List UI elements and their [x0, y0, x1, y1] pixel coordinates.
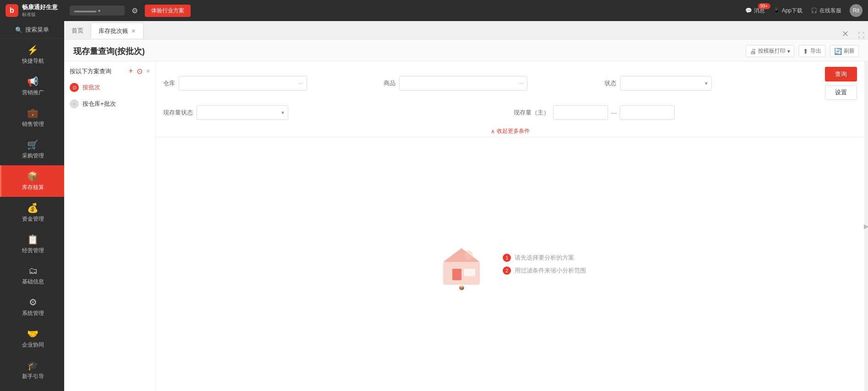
filter-sidebar-actions: + ⊙ « — [129, 67, 150, 76]
right-edge-btn[interactable]: ▶ — [864, 223, 868, 230]
shortcut-label: 快捷导航 — [22, 57, 44, 65]
page-header: 现存量查询(按批次) 🖨 按模板打印 ▾ ⬆ 导出 🔄 刷新 — [64, 39, 868, 61]
sidebar-item-operations[interactable]: 📋 经营管理 — [0, 228, 64, 260]
sidebar-item-shortcut[interactable]: ⚡ 快捷导航 — [0, 39, 64, 71]
tab-home[interactable]: 首页 — [64, 22, 91, 39]
logo-area: b 畅康通好生意 标准版 — [5, 4, 70, 17]
sidebar-item-system[interactable]: ⚙ 系统管理 — [0, 291, 64, 323]
stock-status-select[interactable]: ▾ — [197, 105, 288, 120]
product-input[interactable]: ··· — [399, 76, 527, 91]
empty-state: 📦 1 请先选择要分析的方案 2 用过滤条件来缩小分析范围 — [156, 137, 864, 391]
tab-inventory-batch-label: 库存批次账 — [99, 27, 128, 35]
sidebar-item-marketing[interactable]: 📢 营销推广 — [0, 71, 64, 102]
svg-rect-3 — [464, 269, 475, 276]
print-label: 按模板打印 — [758, 47, 786, 55]
user-avatar[interactable]: Rit — [850, 4, 863, 17]
message-badge: 99+ — [758, 3, 770, 9]
finance-label: 资金管理 — [22, 215, 44, 223]
main-layout: 🔍 搜索菜单 ⚡ 快捷导航 📢 营销推广 💼 销售管理 🛒 采购管理 📦 库存核… — [0, 21, 868, 391]
export-btn[interactable]: ⬆ 导出 — [799, 45, 825, 57]
svg-point-4 — [464, 250, 473, 260]
phone-icon: 📱 — [773, 7, 780, 14]
settings-scheme-icon[interactable]: ⊙ — [137, 67, 143, 76]
query-btn[interactable]: 查询 — [825, 67, 857, 81]
svg-rect-2 — [452, 269, 461, 280]
logo-icon: b — [5, 4, 18, 17]
industry-btn[interactable]: 体验行业方案 — [145, 5, 191, 17]
warehouse-label: 仓库 — [163, 79, 175, 87]
sidebar-item-newbie[interactable]: 🎓 新手引导 — [0, 354, 64, 386]
collapse-more-btn[interactable]: ∧ 收起更多条件 — [163, 125, 857, 137]
tip1-text: 请先选择要分析的方案 — [515, 254, 574, 262]
sidebar-item-sales[interactable]: 💼 销售管理 — [0, 102, 64, 134]
scheme-batch-label: 按批次 — [82, 83, 100, 92]
stock-qty-min[interactable] — [553, 105, 608, 120]
tab-close-icon[interactable]: ✕ — [131, 28, 136, 34]
tab-home-label: 首页 — [71, 27, 83, 35]
basics-icon: 🗂 — [28, 266, 38, 276]
filter-actions: 查询 设置 — [825, 67, 857, 100]
tip2-text: 用过滤条件来缩小分析范围 — [515, 266, 586, 275]
enterprise-label: 企业协同 — [22, 341, 44, 349]
tab-inventory-batch[interactable]: 库存批次账 ✕ — [91, 22, 143, 39]
filter-sidebar-header: 按以下方案查询 + ⊙ « — [64, 67, 155, 79]
product-field: 商品 ··· — [384, 76, 597, 91]
status-label: 状态 — [604, 79, 616, 87]
search-label: 搜索菜单 — [25, 26, 49, 34]
status-select[interactable]: ▾ — [620, 76, 712, 91]
scheme-warehouse-icon: ○ — [70, 99, 79, 109]
basics-label: 基础信息 — [22, 278, 44, 286]
sidebar-item-purchase[interactable]: 🛒 采购管理 — [0, 134, 64, 165]
refresh-btn[interactable]: 🔄 刷新 — [830, 45, 859, 57]
sidebar-item-enterprise[interactable]: 🤝 企业协同 — [0, 323, 64, 354]
warehouse-field: 仓库 ··· — [163, 76, 376, 91]
print-template-btn[interactable]: 🖨 按模板打印 ▾ — [746, 45, 794, 57]
operations-label: 经营管理 — [22, 247, 44, 255]
warehouse-more-icon: ··· — [298, 80, 303, 87]
sidebar-item-finance[interactable]: 💰 资金管理 — [0, 197, 64, 228]
app-download-btn[interactable]: 📱 App下载 — [773, 7, 802, 15]
sidebar-item-apps[interactable]: 🔲 应用中心 — [0, 386, 64, 391]
status-field: 状态 ▾ — [604, 76, 818, 91]
stock-qty-max[interactable] — [620, 105, 675, 120]
empty-tip-1: 1 请先选择要分析的方案 — [503, 254, 586, 262]
finance-icon: 💰 — [27, 202, 38, 213]
messages-btn[interactable]: 💬 消息 99+ — [745, 7, 765, 15]
nav-chevron-icon: ▾ — [98, 8, 100, 13]
scheme-item-batch[interactable]: ⊙ 按批次 — [64, 79, 155, 96]
add-scheme-icon[interactable]: + — [129, 67, 133, 76]
sidebar-item-inventory[interactable]: 📦 库存核算 — [0, 165, 64, 197]
shortcut-icon: ⚡ — [27, 44, 38, 55]
refresh-label: 刷新 — [844, 47, 855, 55]
purchase-icon: 🛒 — [27, 139, 38, 150]
close-panel-btn[interactable]: ✕ — [836, 29, 854, 39]
status-dropdown-icon: ▾ — [705, 80, 708, 87]
product-more-icon: ··· — [519, 80, 523, 87]
nav-search-box[interactable]: ▬▬▬▬ ▾ — [70, 5, 125, 16]
header-right: 💬 消息 99+ 📱 App下载 🎧 在线客服 Rit — [745, 4, 863, 17]
content-area: 首页 库存批次账 ✕ ✕ ⛶ 现存量查询(按批次) 🖨 按模板打印 ▾ ⬆ — [64, 21, 868, 391]
empty-tips: 1 请先选择要分析的方案 2 用过滤条件来缩小分析范围 — [503, 254, 586, 275]
warehouse-input[interactable]: ··· — [179, 76, 307, 91]
export-label: 导出 — [810, 47, 821, 55]
filter-row-2: 现存量状态 ▾ 现存量（主） — — [163, 105, 857, 120]
refresh-icon: 🔄 — [834, 48, 842, 55]
settings-btn[interactable]: 设置 — [825, 85, 857, 100]
svg-marker-1 — [443, 248, 480, 262]
empty-illustration: 📦 — [434, 237, 489, 292]
filter-form: 仓库 ··· 商品 ··· — [156, 61, 864, 137]
tip2-num: 2 — [503, 266, 511, 275]
main-filter-results: 仓库 ··· 商品 ··· — [156, 61, 864, 391]
collapse-scheme-icon[interactable]: « — [146, 67, 150, 76]
scheme-item-warehouse-batch[interactable]: ○ 按仓库+批次 — [64, 96, 155, 112]
nav-settings-icon[interactable]: ⚙ — [128, 4, 141, 17]
sidebar-search[interactable]: 🔍 搜索菜单 — [0, 21, 64, 39]
export-icon: ⬆ — [803, 48, 808, 55]
sidebar-item-basics[interactable]: 🗂 基础信息 — [0, 260, 64, 291]
nav-search-area: ▬▬▬▬ ▾ ⚙ 体验行业方案 — [70, 4, 745, 17]
expand-icon[interactable]: ⛶ — [854, 32, 868, 39]
collapse-icon: ∧ — [491, 128, 495, 135]
newbie-icon: 🎓 — [27, 360, 38, 371]
filter-sidebar: 按以下方案查询 + ⊙ « ⊙ 按批次 ○ 按仓库+批次 — [64, 61, 156, 391]
online-service-btn[interactable]: 🎧 在线客服 — [811, 7, 841, 15]
